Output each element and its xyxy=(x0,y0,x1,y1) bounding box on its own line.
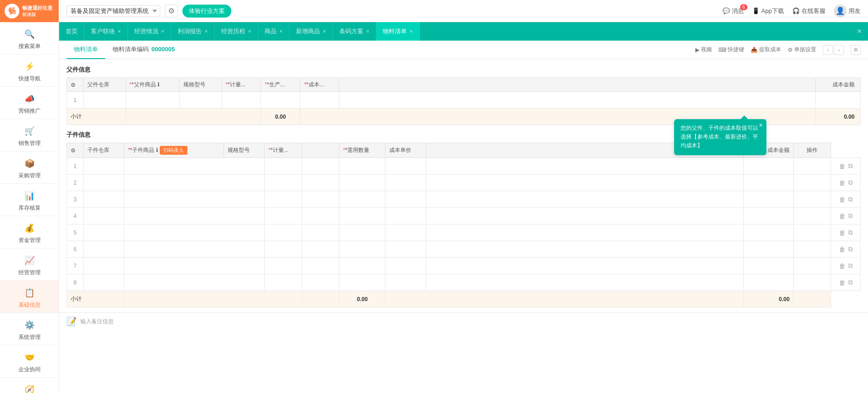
child-row-4-unit[interactable] xyxy=(302,208,339,224)
parent-row-1-spec[interactable] xyxy=(179,92,222,109)
sidebar-item-guide[interactable]: 🧭 新手引导 xyxy=(0,378,59,393)
child-row-3-qty[interactable] xyxy=(386,191,426,208)
parent-row-1-cost[interactable] xyxy=(300,92,339,109)
online-service-button[interactable]: 🎧 在线客服 xyxy=(792,7,826,15)
parent-row-1-goods[interactable] xyxy=(126,92,179,109)
tab-profit[interactable]: 利润报告 × xyxy=(171,22,215,41)
sidebar-item-purchase[interactable]: 📦 采购管理 xyxy=(0,151,59,184)
child-row-3-warehouse[interactable] xyxy=(84,191,124,208)
child-row-1-goods[interactable] xyxy=(124,158,264,175)
tab-goods[interactable]: 商品 × xyxy=(258,22,289,41)
tab-bom[interactable]: 物料清单 × xyxy=(376,22,420,41)
delete-row-1-button[interactable]: 🗑 xyxy=(839,163,845,170)
copy-row-7-button[interactable]: ⧉ xyxy=(848,262,853,270)
child-row-7-spec[interactable] xyxy=(265,258,302,274)
sidebar-item-basic-info[interactable]: 📋 基础信息 xyxy=(0,281,59,313)
tab-barcode[interactable]: 条码方案 × xyxy=(333,22,376,41)
child-row-5-qty[interactable] xyxy=(386,224,426,241)
child-row-7-qty[interactable] xyxy=(386,258,426,274)
child-row-1-spec[interactable] xyxy=(265,158,302,175)
child-row-2-qty[interactable] xyxy=(386,175,426,191)
child-row-6-qty[interactable] xyxy=(386,241,426,258)
child-row-1-warehouse[interactable] xyxy=(84,158,124,175)
sub-tab-bom[interactable]: 物料清单 xyxy=(66,41,105,59)
sidebar-item-operations[interactable]: 📈 经营管理 xyxy=(0,248,59,281)
copy-row-4-button[interactable]: ⧉ xyxy=(848,212,853,220)
close-all-tabs-button[interactable]: × xyxy=(855,27,864,36)
sidebar-item-enterprise[interactable]: 🤝 企业协同 xyxy=(0,345,59,378)
child-row-5-unit[interactable] xyxy=(302,224,339,241)
user-menu[interactable]: 👤 用友 xyxy=(834,5,861,18)
child-row-8-qty[interactable] xyxy=(386,274,426,291)
sidebar-item-inventory[interactable]: 📊 库存核算 xyxy=(0,184,59,216)
child-row-6-warehouse[interactable] xyxy=(84,241,124,258)
copy-row-3-button[interactable]: ⧉ xyxy=(848,195,853,203)
child-row-2-warehouse[interactable] xyxy=(84,175,124,191)
copy-row-6-button[interactable]: ⧉ xyxy=(848,245,853,253)
next-button[interactable]: › xyxy=(834,45,844,55)
parent-row-1-produce[interactable] xyxy=(261,92,300,109)
delete-row-8-button[interactable]: 🗑 xyxy=(839,279,845,286)
sidebar-item-finance[interactable]: 💰 资金管理 xyxy=(0,216,59,248)
child-row-3-goods[interactable] xyxy=(124,191,264,208)
child-row-7-unit[interactable] xyxy=(302,258,339,274)
close-goods-tab[interactable]: × xyxy=(279,29,283,34)
trial-button[interactable]: 体验行业方案 xyxy=(182,5,231,18)
close-profit-tab[interactable]: × xyxy=(205,29,208,34)
child-row-2-unit[interactable] xyxy=(302,175,339,191)
close-history-tab[interactable]: × xyxy=(248,29,251,34)
child-row-2-goods[interactable] xyxy=(124,175,264,191)
child-row-7-warehouse[interactable] xyxy=(84,258,124,274)
child-row-8-spec[interactable] xyxy=(265,274,302,291)
sidebar-item-marketing[interactable]: 📣 营销推广 xyxy=(0,87,59,119)
delete-row-3-button[interactable]: 🗑 xyxy=(839,196,845,203)
app-download-button[interactable]: 📱 App下载 xyxy=(752,7,784,15)
copy-row-5-button[interactable]: ⧉ xyxy=(848,229,853,236)
tab-new-goods[interactable]: 新增商品 × xyxy=(289,22,333,41)
copy-row-2-button[interactable]: ⧉ xyxy=(848,179,853,187)
close-customer-tab[interactable]: × xyxy=(118,29,121,34)
child-row-7-goods[interactable] xyxy=(124,258,264,274)
gear-button[interactable]: ⚙ xyxy=(165,5,178,18)
close-barcode-tab[interactable]: × xyxy=(366,29,369,34)
child-row-4-spec[interactable] xyxy=(265,208,302,224)
tooltip-close-button[interactable]: × xyxy=(759,122,763,128)
grid-view-button[interactable]: ⊞ xyxy=(850,45,861,55)
child-row-6-unit[interactable] xyxy=(302,241,339,258)
sidebar-item-sales[interactable]: 🛒 销售管理 xyxy=(0,119,59,151)
tab-operations[interactable]: 经营情况 × xyxy=(128,22,171,41)
parent-row-1-warehouse[interactable] xyxy=(84,92,126,109)
tab-customer[interactable]: 客户联络 × xyxy=(84,22,128,41)
copy-row-1-button[interactable]: ⧉ xyxy=(848,162,853,170)
close-operations-tab[interactable]: × xyxy=(161,29,164,34)
parent-row-1-unit[interactable] xyxy=(222,92,261,109)
child-row-4-goods[interactable] xyxy=(124,208,264,224)
child-row-4-qty[interactable] xyxy=(386,208,426,224)
child-row-4-warehouse[interactable] xyxy=(84,208,124,224)
tab-history[interactable]: 经营历程 × xyxy=(215,22,258,41)
close-bom-tab[interactable]: × xyxy=(410,29,413,34)
child-row-8-goods[interactable] xyxy=(124,274,264,291)
sidebar-item-system[interactable]: ⚙️ 系统管理 xyxy=(0,313,59,345)
child-row-6-spec[interactable] xyxy=(265,241,302,258)
system-dropdown[interactable]: 装备及固定资产辅助管理系统 xyxy=(66,5,160,17)
delete-row-5-button[interactable]: 🗑 xyxy=(839,229,845,236)
child-row-5-warehouse[interactable] xyxy=(84,224,124,241)
delete-row-6-button[interactable]: 🗑 xyxy=(839,246,845,253)
doc-settings-action[interactable]: ⚙ 单据设置 xyxy=(788,46,816,54)
prev-button[interactable]: ‹ xyxy=(823,45,833,55)
scan-button[interactable]: 扫码录入 xyxy=(160,146,187,155)
extract-cost-action[interactable]: 📥 提取成本 xyxy=(751,46,781,54)
copy-row-8-button[interactable]: ⧉ xyxy=(848,278,853,286)
shortcut-action[interactable]: ⌨ 快捷键 xyxy=(718,46,744,54)
message-button[interactable]: 💬 消息 6 xyxy=(723,7,744,15)
child-row-1-qty[interactable] xyxy=(386,158,426,175)
sub-tab-bom-code[interactable]: 物料清单编码 0000005 xyxy=(105,41,182,59)
child-row-1-unit[interactable] xyxy=(302,158,339,175)
close-new-goods-tab[interactable]: × xyxy=(323,29,326,34)
child-row-3-unit[interactable] xyxy=(302,191,339,208)
delete-row-7-button[interactable]: 🗑 xyxy=(839,262,845,270)
tab-home[interactable]: 首页 xyxy=(59,22,84,41)
sidebar-item-search[interactable]: 🔍 搜索菜单 xyxy=(0,22,59,54)
delete-row-2-button[interactable]: 🗑 xyxy=(839,179,845,187)
